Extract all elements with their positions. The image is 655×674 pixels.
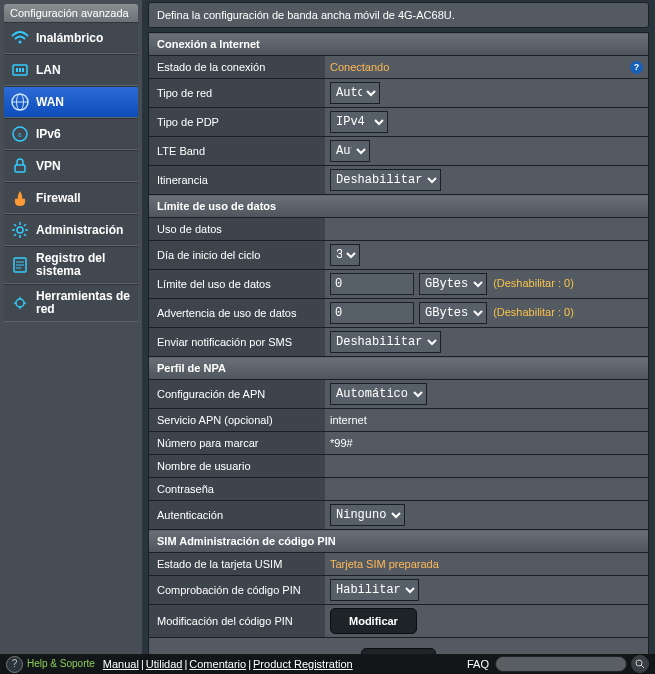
password-label: Contraseña — [149, 478, 326, 501]
pin-check-label: Comprobación de código PIN — [149, 576, 326, 605]
sidebar-item-wan[interactable]: WAN — [4, 86, 138, 118]
data-warn-unit-select[interactable]: GBytes — [419, 302, 487, 324]
sms-notify-label: Enviar notificación por SMS — [149, 328, 326, 357]
vpn-icon — [10, 156, 30, 176]
footer: ? Help & Soporte Manual| Utilidad| Comen… — [0, 654, 655, 674]
log-icon — [10, 255, 30, 275]
help-icon[interactable]: ? — [6, 656, 23, 673]
svg-rect-4 — [22, 68, 24, 72]
svg-line-18 — [14, 234, 16, 236]
svg-line-17 — [24, 234, 26, 236]
sidebar-item-label: VPN — [36, 160, 61, 173]
pdp-type-select[interactable]: IPv4 — [330, 111, 388, 133]
lte-band-select[interactable]: Auto — [330, 140, 370, 162]
sidebar-item-label: Administración — [36, 224, 123, 237]
auth-select[interactable]: Ninguno — [330, 504, 405, 526]
conn-status-value: Conectando — [330, 61, 389, 73]
search-input[interactable] — [495, 656, 627, 672]
svg-line-19 — [24, 224, 26, 226]
data-limit-label: Límite del uso de datos — [149, 270, 326, 299]
svg-point-0 — [19, 41, 22, 44]
auth-label: Autenticación — [149, 501, 326, 530]
sidebar-item-label: Inalámbrico — [36, 32, 103, 45]
svg-line-16 — [14, 224, 16, 226]
pin-check-select[interactable]: Habilitar — [330, 579, 419, 601]
sidebar-item-label: Firewall — [36, 192, 81, 205]
svg-rect-2 — [16, 68, 18, 72]
sidebar-item-ipv6[interactable]: 6 IPv6 — [4, 118, 138, 150]
dial-number-label: Número para marcar — [149, 432, 326, 455]
data-limit-input[interactable] — [330, 273, 414, 295]
username-value — [325, 455, 649, 478]
sidebar-item-wireless[interactable]: Inalámbrico — [4, 22, 138, 54]
lte-band-label: LTE Band — [149, 137, 326, 166]
svg-rect-3 — [19, 68, 21, 72]
firewall-icon — [10, 188, 30, 208]
svg-text:6: 6 — [18, 132, 22, 138]
net-type-label: Tipo de red — [149, 79, 326, 108]
data-warn-label: Advertencia de uso de datos — [149, 299, 326, 328]
pdp-type-label: Tipo de PDP — [149, 108, 326, 137]
help-support-label: Help & Soporte — [27, 659, 95, 669]
modify-button[interactable]: Modificar — [330, 608, 417, 634]
tools-icon — [10, 293, 30, 313]
lan-icon — [10, 60, 30, 80]
sidebar-item-label: Registro del sistema — [36, 252, 132, 278]
ipv6-icon: 6 — [10, 124, 30, 144]
sidebar-item-label: IPv6 — [36, 128, 61, 141]
apn-service-value: internet — [325, 409, 649, 432]
svg-point-24 — [16, 299, 24, 307]
globe-icon — [10, 92, 30, 112]
section-data-limit: Límite de uso de datos — [149, 195, 649, 218]
sidebar-item-admin[interactable]: Administración — [4, 214, 138, 246]
footer-link-utility[interactable]: Utilidad — [146, 658, 183, 670]
sidebar-title: Configuración avanzada — [4, 4, 138, 22]
apn-config-label: Configuración de APN — [149, 380, 326, 409]
sidebar-item-firewall[interactable]: Firewall — [4, 182, 138, 214]
cycle-day-select[interactable]: 31 — [330, 244, 360, 266]
footer-link-registration[interactable]: Product Registration — [253, 658, 353, 670]
sms-notify-select[interactable]: Deshabilitar — [330, 331, 441, 353]
section-npa-profile: Perfil de NPA — [149, 357, 649, 380]
roaming-label: Itinerancia — [149, 166, 326, 195]
wireless-icon — [10, 28, 30, 48]
intro-text: Defina la configuración de banda ancha m… — [148, 2, 649, 28]
footer-faq[interactable]: FAQ — [467, 658, 489, 670]
dial-number-value: *99# — [325, 432, 649, 455]
roaming-select[interactable]: Deshabilitar — [330, 169, 441, 191]
gear-icon — [10, 220, 30, 240]
main-panel: Defina la configuración de banda ancha m… — [142, 0, 655, 674]
conn-status-label: Estado de la conexión — [149, 56, 326, 79]
data-limit-unit-select[interactable]: GBytes — [419, 273, 487, 295]
usim-status-label: Estado de la tarjeta USIM — [149, 553, 326, 576]
sidebar-item-nettools[interactable]: Herramientas de red — [4, 284, 138, 322]
svg-line-26 — [641, 665, 644, 668]
footer-link-manual[interactable]: Manual — [103, 658, 139, 670]
sidebar-item-lan[interactable]: LAN — [4, 54, 138, 86]
search-button[interactable] — [631, 655, 649, 673]
help-icon[interactable]: ? — [630, 61, 643, 74]
usim-status-value: Tarjeta SIM preparada — [330, 558, 439, 570]
apn-config-select[interactable]: Automático — [330, 383, 427, 405]
data-warn-input[interactable] — [330, 302, 414, 324]
sidebar-item-vpn[interactable]: VPN — [4, 150, 138, 182]
cycle-day-label: Día de inicio del ciclo — [149, 241, 326, 270]
svg-rect-10 — [15, 165, 25, 172]
svg-point-11 — [17, 227, 23, 233]
section-sim-pin: SIM Administración de código PIN — [149, 530, 649, 553]
username-label: Nombre de usuario — [149, 455, 326, 478]
apn-service-label: Servicio APN (opcional) — [149, 409, 326, 432]
data-usage-label: Uso de datos — [149, 218, 326, 241]
section-connection: Conexión a Internet — [149, 33, 649, 56]
sidebar-item-syslog[interactable]: Registro del sistema — [4, 246, 138, 284]
net-type-select[interactable]: Auto — [330, 82, 380, 104]
sidebar-item-label: Herramientas de red — [36, 290, 132, 316]
sidebar-item-label: LAN — [36, 64, 61, 77]
footer-link-feedback[interactable]: Comentario — [189, 658, 246, 670]
sidebar-item-label: WAN — [36, 96, 64, 109]
pin-modify-label: Modificación del código PIN — [149, 605, 326, 638]
sidebar: Configuración avanzada Inalámbrico LAN W… — [0, 0, 142, 674]
password-value — [325, 478, 649, 501]
data-warn-hint: (Deshabilitar : 0) — [493, 306, 574, 318]
data-limit-hint: (Deshabilitar : 0) — [493, 277, 574, 289]
